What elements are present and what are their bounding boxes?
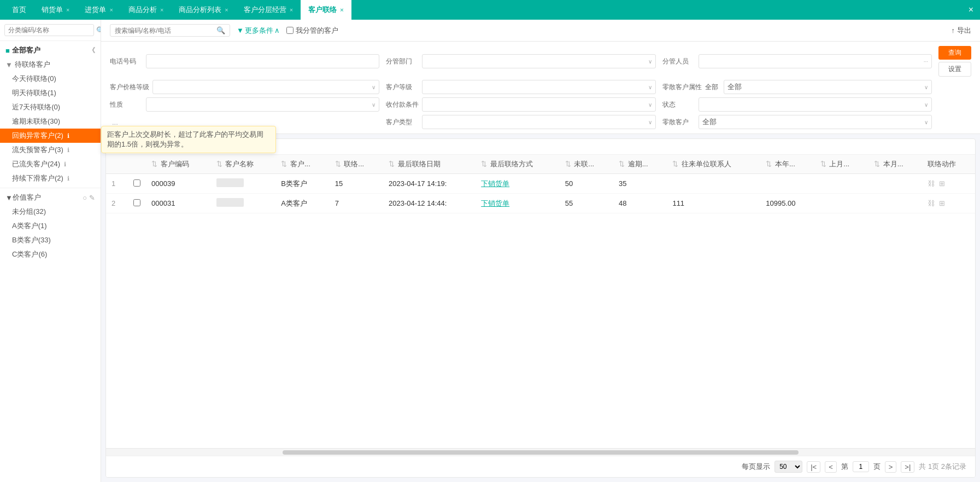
filter-customer-level-select[interactable]: ∨ bbox=[422, 80, 655, 94]
prev-page-button[interactable]: < bbox=[825, 461, 837, 473]
sort-last-date-icon: ⇅ bbox=[389, 160, 395, 168]
lost-pre-info-icon[interactable]: ℹ bbox=[67, 147, 69, 153]
row1-checkbox-cell bbox=[128, 174, 146, 194]
row1-name-blur bbox=[216, 178, 244, 187]
sidebar-7day-contact[interactable]: 近7天待联络(0) bbox=[0, 100, 101, 114]
sort-last-month-icon: ⇅ bbox=[820, 160, 826, 168]
action-placeholder-3 bbox=[938, 115, 971, 129]
nav-product-analysis-list[interactable]: 商品分析列表 × bbox=[171, 0, 236, 20]
sidebar-lost-pre-warning[interactable]: 流失预警客户(3) ℹ bbox=[0, 143, 101, 157]
horizontal-scrollbar[interactable] bbox=[106, 448, 975, 456]
filter-phone-input[interactable] bbox=[146, 54, 379, 68]
value-group-edit-icon[interactable]: ✎ bbox=[89, 194, 95, 202]
close-product-analysis-icon[interactable]: × bbox=[160, 7, 163, 13]
sort-overdue-icon: ⇅ bbox=[619, 160, 625, 168]
filter-customer-type-select[interactable]: ∨ bbox=[422, 115, 655, 129]
nav-product-analysis[interactable]: 商品分析 × bbox=[121, 0, 171, 20]
nav-customer-contact[interactable]: 客户联络 × bbox=[301, 0, 351, 20]
row1-link-icon[interactable]: ⛓ bbox=[928, 179, 935, 188]
more-conditions-button[interactable]: ▼ 更多条件 ∧ bbox=[237, 26, 280, 36]
value-group-circle-icon[interactable]: ○ bbox=[83, 194, 87, 202]
filter-icon: ▼ bbox=[237, 26, 244, 34]
filter-search-icon[interactable]: 🔍 bbox=[216, 26, 225, 34]
sidebar-tomorrow-contact[interactable]: 明天待联络(1) bbox=[0, 86, 101, 100]
sidebar-hold-decline[interactable]: 持续下滑客户(2) ℹ bbox=[0, 171, 101, 185]
sidebar-today-contact[interactable]: 今天待联络(0) bbox=[0, 72, 101, 86]
row2-unit-contact: 111 bbox=[667, 194, 760, 213]
row2-overdue: 48 bbox=[613, 194, 667, 213]
row1-type: B类客户 bbox=[275, 174, 329, 194]
my-customers-checkbox[interactable] bbox=[286, 27, 294, 34]
row2-uncontacted: 55 bbox=[560, 194, 613, 213]
query-button[interactable]: 查询 bbox=[938, 46, 971, 60]
search-code-name-phone[interactable] bbox=[115, 27, 216, 34]
row2-link-icon[interactable]: ⛓ bbox=[928, 199, 935, 207]
row2-type: A类客户 bbox=[275, 194, 329, 213]
next-page-button[interactable]: > bbox=[885, 461, 897, 473]
wait-contact-group[interactable]: ▼ 待联络客户 bbox=[0, 57, 101, 72]
row2-action: ⛓ ⊞ bbox=[922, 194, 975, 213]
filter-row-1: 电话号码 分管部门 ∨ 分管人员 ··· 查询 设置 bbox=[110, 46, 971, 77]
sidebar-already-lost[interactable]: 已流失客户(24) ℹ bbox=[0, 157, 101, 171]
row1-last-method[interactable]: 下销货单 bbox=[476, 174, 559, 194]
export-button[interactable]: ↑ 导出 bbox=[952, 26, 972, 36]
filter-person-select[interactable]: ··· bbox=[699, 54, 932, 68]
page-number-input[interactable] bbox=[853, 461, 869, 472]
close-customer-tier-icon[interactable]: × bbox=[290, 7, 293, 13]
filter-retail-customer-select[interactable]: 全部∨ bbox=[699, 115, 932, 129]
sort-icon: ⇅ bbox=[151, 160, 157, 168]
close-purchase-order-icon[interactable]: × bbox=[109, 7, 113, 13]
row1-num: 1 bbox=[106, 174, 128, 194]
close-all-tabs-button[interactable]: × bbox=[969, 5, 973, 15]
settings-button[interactable]: 设置 bbox=[938, 62, 971, 77]
more-filters-dots[interactable]: ... bbox=[112, 118, 118, 126]
sidebar-overdue-contact[interactable]: 逾期未联络(30) bbox=[0, 114, 101, 129]
total-info: 共 1页 2条记录 bbox=[919, 462, 966, 472]
value-group-arrow: ▼ bbox=[5, 194, 13, 202]
nav-customer-tier[interactable]: 客户分层经营 × bbox=[236, 0, 301, 20]
top-nav: 首页 销货单 × 进货单 × 商品分析 × 商品分析列表 × 客户分层经营 × … bbox=[0, 0, 980, 20]
filter-nature-select[interactable]: ∨ bbox=[146, 97, 379, 112]
filter-status-select[interactable]: ∨ bbox=[699, 97, 932, 112]
row2-grid-icon[interactable]: ⊞ bbox=[939, 199, 945, 207]
filter-payment-select[interactable]: ∨ bbox=[422, 97, 655, 112]
nav-home[interactable]: 首页 bbox=[4, 0, 34, 20]
hold-decline-info-icon[interactable]: ℹ bbox=[67, 175, 69, 182]
th-this-year: ⇅ 本年... bbox=[760, 155, 814, 174]
nav-sales-order[interactable]: 销货单 × bbox=[34, 0, 77, 20]
nav-purchase-order[interactable]: 进货单 × bbox=[77, 0, 120, 20]
filter-retail-attr-select[interactable]: 全部∨ bbox=[724, 80, 932, 94]
last-page-button[interactable]: >| bbox=[901, 461, 914, 473]
value-group-title[interactable]: ▼ 价值客户 ○ ✎ bbox=[0, 190, 101, 205]
sidebar-search-icon[interactable]: 🔍 bbox=[96, 26, 101, 34]
row2-last-method[interactable]: 下销货单 bbox=[476, 194, 559, 213]
close-product-analysis-list-icon[interactable]: × bbox=[225, 7, 228, 13]
close-customer-contact-icon[interactable]: × bbox=[340, 7, 343, 13]
table-scroll-container[interactable]: ⇅ 客户编码 ⇅ 客户名称 ⇅ 客户... bbox=[106, 155, 975, 448]
table-area: ⚙ ⇅ 客户编码 ⇅ bbox=[105, 138, 976, 478]
first-page-button[interactable]: |< bbox=[807, 461, 820, 473]
already-lost-info-icon[interactable]: ℹ bbox=[64, 161, 66, 167]
sidebar-class-a[interactable]: A类客户(1) bbox=[0, 219, 101, 233]
scroll-thumb[interactable] bbox=[283, 450, 799, 455]
row1-checkbox[interactable] bbox=[133, 179, 140, 187]
sidebar-ungroup[interactable]: 未分组(32) bbox=[0, 205, 101, 219]
sidebar-collapse-btn[interactable]: 《 bbox=[89, 46, 95, 55]
sidebar-search-input[interactable] bbox=[4, 24, 94, 36]
row1-grid-icon[interactable]: ⊞ bbox=[939, 179, 945, 188]
sidebar-class-b[interactable]: B类客户(33) bbox=[0, 233, 101, 247]
row2-last-date: 2023-04-12 14:44: bbox=[383, 194, 476, 213]
sidebar-class-c[interactable]: C类客户(6) bbox=[0, 247, 101, 262]
action-buttons: 查询 设置 bbox=[938, 46, 971, 77]
close-sales-order-icon[interactable]: × bbox=[66, 7, 69, 13]
sidebar-repeat-abnormal[interactable]: 回购异常客户(2) ℹ bbox=[0, 129, 101, 143]
row2-checkbox[interactable] bbox=[133, 199, 140, 206]
sidebar: 🔍 ■ 全部客户 《 ▼ 待联络客户 今天待联络(0) 明天待联络(1) 近7天… bbox=[0, 20, 101, 482]
repeat-abnormal-info-icon[interactable]: ℹ bbox=[67, 132, 69, 139]
row2-checkbox-cell bbox=[128, 194, 146, 213]
filter-dept-select[interactable]: ∨ bbox=[422, 54, 655, 68]
filter-row-2: 客户价格等级 ∨ 客户等级 ∨ 零散客户属性 全部 全部∨ bbox=[110, 80, 971, 94]
page-size-select[interactable]: 20 50 100 bbox=[774, 461, 802, 473]
th-checkbox bbox=[128, 155, 146, 174]
filter-price-level-select[interactable]: ∨ bbox=[152, 80, 379, 94]
